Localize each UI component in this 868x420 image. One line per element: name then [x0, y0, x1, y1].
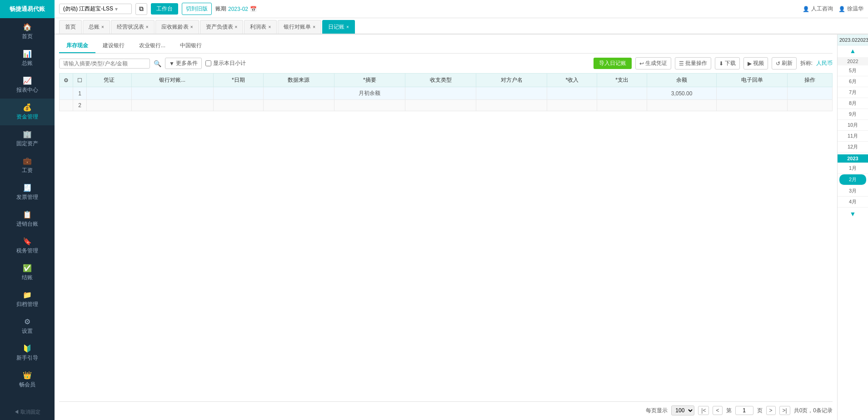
assets-icon: 🏢	[23, 130, 32, 138]
close-tab-ledger[interactable]: ×	[101, 25, 104, 30]
sidebar-item-label: 进销台账	[16, 220, 38, 228]
video-icon: ▶	[748, 60, 752, 67]
close-tab-profit[interactable]: ×	[268, 25, 271, 30]
month-2023-2[interactable]: 2月	[839, 174, 866, 185]
col-balance: 余额	[647, 74, 717, 87]
sidebar-item-member[interactable]: 👑 畅会员	[0, 366, 55, 393]
subtab-ccb[interactable]: 建设银行	[95, 39, 132, 53]
prev-page-button[interactable]: <	[713, 406, 722, 415]
header-right: 👤 人工咨询 👤 徐温华	[803, 5, 863, 13]
month-2022-10[interactable]: 10月	[838, 120, 868, 131]
tab-journal[interactable]: 日记账 ×	[322, 20, 355, 34]
sidebar-item-label: 首页	[22, 33, 33, 40]
sidebar-item-assets[interactable]: 🏢 固定资产	[0, 125, 55, 152]
tab-ar-aging[interactable]: 应收账龄表 ×	[155, 20, 199, 34]
sidebar-item-archive[interactable]: 📁 归档管理	[0, 286, 55, 313]
download-button[interactable]: ⬇ 下载	[715, 57, 740, 69]
content-main: 库存现金 建设银行 农业银行... 中国银行 🔍 ▼ 更多条件 显示本日小计	[55, 35, 837, 420]
last-page-button[interactable]: >|	[779, 406, 790, 415]
sidebar-item-funds[interactable]: 💰 资金管理	[0, 99, 55, 125]
row-e-receipt-cell	[717, 100, 788, 111]
app-logo: 畅捷通易代账	[0, 0, 55, 18]
subtab-boc[interactable]: 中国银行	[173, 39, 209, 53]
month-2022-12[interactable]: 12月	[838, 142, 868, 153]
daily-subtotal-checkbox[interactable]	[205, 60, 211, 66]
close-tab-ar[interactable]: ×	[190, 25, 193, 30]
sidebar-item-label: 固定资产	[16, 140, 38, 148]
sidebar-item-guide[interactable]: 🔰 新手引导	[0, 340, 55, 366]
page-number-input[interactable]	[735, 406, 753, 415]
tab-bank-reconcile[interactable]: 银行对账单 ×	[278, 20, 321, 34]
col-settings[interactable]: ⚙	[60, 74, 73, 87]
month-2022-6[interactable]: 6月	[838, 76, 868, 87]
page-label: 第	[726, 407, 732, 415]
close-tab-business[interactable]: ×	[146, 25, 149, 30]
month-2022-8[interactable]: 8月	[838, 98, 868, 109]
switch-version-button[interactable]: 切到旧版	[182, 3, 212, 15]
tab-home[interactable]: 首页	[59, 20, 82, 34]
content-area: 库存现金 建设银行 农业银行... 中国银行 🔍 ▼ 更多条件 显示本日小计	[55, 35, 868, 420]
page-size-select[interactable]: 100 50 200	[671, 405, 694, 415]
batch-icon: ☰	[679, 60, 684, 67]
sidebar-item-ledger[interactable]: 📊 总账	[0, 45, 55, 72]
filter-button[interactable]: ▼ 更多条件	[165, 58, 202, 69]
search-input[interactable]	[59, 59, 150, 69]
month-2022-9[interactable]: 9月	[838, 109, 868, 120]
invoice-icon: 🧾	[23, 183, 32, 192]
month-2022-7[interactable]: 7月	[838, 87, 868, 98]
workbench-button[interactable]: 工作台	[151, 3, 178, 15]
sidebar-item-label: 总账	[22, 59, 33, 67]
month-2022-11[interactable]: 11月	[838, 131, 868, 142]
show-daily-checkbox[interactable]: 显示本日小计	[205, 59, 246, 67]
gen-voucher-button[interactable]: ↩ 生成凭证	[635, 57, 671, 69]
currency-value[interactable]: 人民币	[816, 59, 833, 67]
month-2022-5[interactable]: 5月	[838, 65, 868, 76]
tab-profit[interactable]: 利润表 ×	[244, 20, 277, 34]
close-tab-balance[interactable]: ×	[235, 25, 238, 30]
sidebar-item-settings[interactable]: ⚙ 设置	[0, 313, 55, 340]
company-selector[interactable]: (勿动) 江西超宝-LSS ▾	[59, 4, 132, 14]
sidebar-item-label: 税务管理	[16, 247, 38, 255]
calendar-icon[interactable]: 📅	[250, 6, 257, 12]
import-journal-button[interactable]: 导入日记账	[594, 58, 632, 69]
copy-button[interactable]: ⧉	[135, 3, 147, 15]
tab-ledger[interactable]: 总账 ×	[83, 20, 110, 34]
year-2022-label: 2022	[838, 57, 868, 65]
video-button[interactable]: ▶ 视频	[743, 57, 768, 69]
human-service[interactable]: 👤 人工咨询	[803, 5, 833, 13]
col-checkbox[interactable]: ☐	[73, 74, 87, 87]
sidebar-pin-toggle[interactable]: ◀ 取消固定	[0, 404, 55, 420]
close-period-icon: ✅	[23, 264, 32, 272]
row-summary-cell: 月初余额	[334, 87, 405, 100]
sidebar-item-close[interactable]: ✅ 结账	[0, 259, 55, 286]
user-profile[interactable]: 👤 徐温华	[838, 5, 863, 13]
search-button[interactable]: 🔍	[154, 60, 161, 67]
first-page-button[interactable]: |<	[698, 406, 709, 415]
sidebar-item-payroll[interactable]: 💼 工资	[0, 152, 55, 179]
sidebar-item-invoice[interactable]: 🧾 发票管理	[0, 179, 55, 206]
subtab-cash[interactable]: 库存现金	[59, 39, 95, 53]
refresh-icon: ↺	[776, 60, 780, 67]
month-2023-3[interactable]: 3月	[838, 186, 868, 197]
sidebar-item-home[interactable]: 🏠 首页	[0, 18, 55, 45]
tab-business-status[interactable]: 经营状况表 ×	[111, 20, 155, 34]
month-2023-1[interactable]: 1月	[838, 163, 868, 174]
sidebar-item-label: 归档管理	[16, 301, 38, 308]
col-income-type: 收支类型	[405, 74, 476, 87]
sidebar-item-reports[interactable]: 📈 报表中心	[0, 72, 55, 99]
tab-balance-sheet[interactable]: 资产负债表 ×	[200, 20, 244, 34]
refresh-button[interactable]: ↺ 刷新	[772, 57, 797, 69]
sidebar-item-label: 发票管理	[16, 193, 38, 201]
subtab-abc[interactable]: 农业银行...	[132, 39, 173, 53]
sidebar-item-tax[interactable]: 🔖 税务管理	[0, 232, 55, 259]
col-counterpart: 对方户名	[476, 74, 547, 87]
close-tab-journal[interactable]: ×	[346, 25, 349, 30]
prev-year-button[interactable]: ▲	[838, 45, 868, 56]
month-2023-4[interactable]: 4月	[838, 197, 868, 208]
batch-op-button[interactable]: ☰ 批量操作	[675, 57, 711, 69]
sidebar-item-sales[interactable]: 📋 进销台账	[0, 206, 55, 232]
gen-voucher-icon: ↩	[639, 60, 644, 67]
next-year-button[interactable]: ▼	[838, 208, 868, 219]
next-page-button[interactable]: >	[766, 406, 776, 415]
close-tab-bank[interactable]: ×	[313, 25, 315, 30]
